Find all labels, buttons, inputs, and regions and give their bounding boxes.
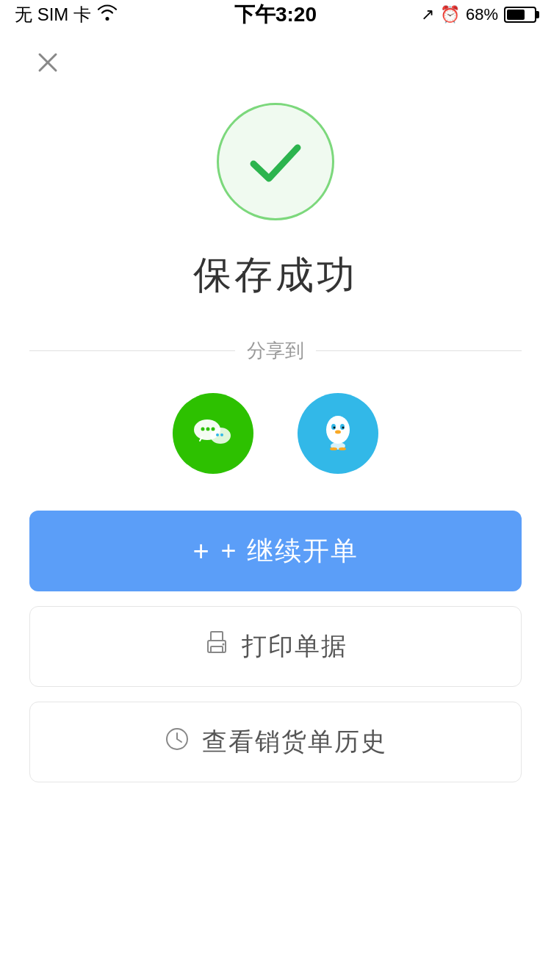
- continue-plus-icon: +: [192, 536, 209, 567]
- continue-label: + 继续开单: [221, 533, 359, 569]
- battery-icon: [504, 7, 536, 23]
- svg-point-4: [201, 428, 205, 431]
- continue-button[interactable]: + + 继续开单: [29, 511, 522, 591]
- alarm-icon: ⏰: [440, 5, 460, 24]
- svg-point-14: [342, 427, 345, 429]
- share-label: 分享到: [247, 338, 304, 364]
- print-button[interactable]: 打印单据: [29, 606, 522, 687]
- battery-fill: [507, 10, 525, 20]
- close-button[interactable]: [29, 44, 66, 81]
- status-bar: 无 SIM 卡 下午3:20 ↗ ⏰ 68%: [0, 0, 551, 29]
- print-icon: [204, 630, 230, 663]
- status-left: 无 SIM 卡: [15, 3, 118, 26]
- qq-share-button[interactable]: [298, 393, 378, 474]
- history-button[interactable]: 查看销货单历史: [29, 702, 522, 782]
- success-circle: [217, 103, 334, 220]
- checkmark-icon: [242, 129, 309, 195]
- battery-percent: 68%: [466, 5, 498, 24]
- svg-point-5: [206, 428, 210, 431]
- location-icon: ↗: [421, 5, 434, 24]
- svg-rect-19: [211, 632, 223, 641]
- svg-point-21: [223, 644, 225, 646]
- svg-point-6: [212, 428, 215, 431]
- print-label: 打印单据: [242, 630, 347, 663]
- svg-point-16: [330, 447, 337, 450]
- wifi-icon: [97, 4, 118, 25]
- svg-point-7: [216, 433, 219, 436]
- wechat-share-button[interactable]: [173, 393, 253, 474]
- status-time: 下午3:20: [234, 1, 317, 29]
- history-icon: [164, 726, 190, 758]
- main-content: 保存成功 分享到: [0, 29, 551, 980]
- status-right: ↗ ⏰ 68%: [421, 5, 536, 24]
- svg-rect-20: [211, 646, 223, 652]
- svg-point-8: [220, 433, 223, 436]
- qq-icon: [312, 408, 364, 459]
- svg-point-9: [326, 416, 350, 444]
- share-section: 分享到: [29, 338, 522, 474]
- sim-text: 无 SIM 卡: [15, 3, 91, 26]
- share-icons: [173, 393, 378, 474]
- svg-point-15: [335, 430, 341, 434]
- history-label: 查看销货单历史: [202, 725, 387, 759]
- divider-line-left: [29, 350, 235, 351]
- divider-line-right: [316, 350, 522, 351]
- wechat-icon: [187, 408, 239, 459]
- close-icon: [35, 50, 60, 75]
- action-section: + + 继续开单 打印单据 查看销货单历: [29, 511, 522, 782]
- share-divider: 分享到: [29, 338, 522, 364]
- svg-point-13: [334, 427, 336, 429]
- success-title: 保存成功: [193, 250, 358, 301]
- svg-point-17: [339, 447, 346, 450]
